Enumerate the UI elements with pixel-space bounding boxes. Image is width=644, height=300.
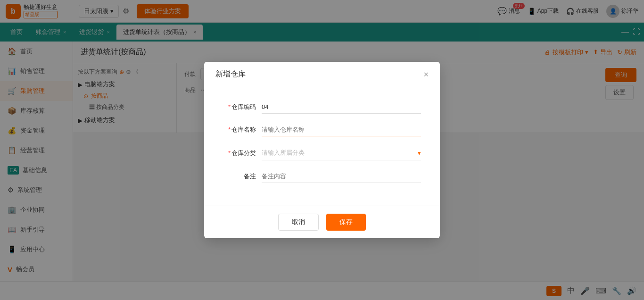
remark-input[interactable] [262,170,421,183]
form-item-category: 仓库分类 请输入所属分类 ▾ [223,146,421,160]
category-select[interactable]: 请输入所属分类 ▾ [262,146,421,160]
name-label: 仓库名称 [223,125,256,134]
category-dropdown-icon: ▾ [418,150,421,157]
code-input[interactable] [262,100,421,114]
form-item-name: 仓库名称 [223,123,421,136]
code-label: 仓库编码 [223,103,256,111]
form-item-code: 仓库编码 [223,100,421,114]
save-button[interactable]: 保存 [326,214,366,231]
form-item-remark: 备注 [223,170,421,183]
name-input[interactable] [262,123,421,136]
category-label: 仓库分类 [223,149,256,158]
modal-close-button[interactable]: × [423,70,429,79]
category-placeholder: 请输入所属分类 [262,149,305,157]
modal-title: 新增仓库 [215,69,246,79]
cancel-button[interactable]: 取消 [278,214,319,231]
new-warehouse-modal: 新增仓库 × 仓库编码 仓库名称 仓库分类 请输入所属分类 ▾ [204,62,440,238]
modal-header: 新增仓库 × [204,62,440,87]
modal-footer: 取消 保存 [204,206,440,238]
modal-overlay: 新增仓库 × 仓库编码 仓库名称 仓库分类 请输入所属分类 ▾ [0,0,644,300]
modal-body: 仓库编码 仓库名称 仓库分类 请输入所属分类 ▾ 备注 [204,87,440,206]
remark-label: 备注 [223,172,256,181]
